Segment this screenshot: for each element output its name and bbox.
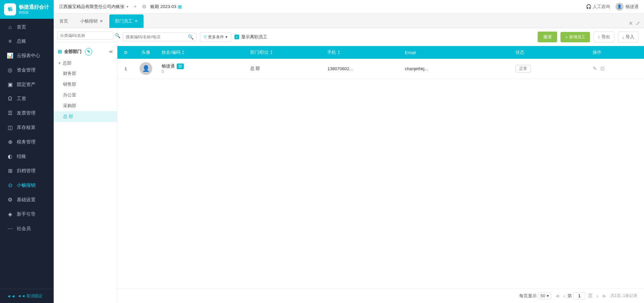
sidebar-item-more[interactable]: ⋯ 社会员: [0, 221, 54, 236]
sidebar: 畅 畅捷通好会计 旗舰版 ⌂ 首页 ≡ 总账 📊 云报表中心 ◎ 资金管理 ▣ …: [0, 0, 54, 303]
dept-collapse-icon[interactable]: ≪: [109, 49, 113, 54]
page-prev-btn[interactable]: ‹: [562, 293, 567, 299]
import-icon: ↓: [622, 35, 625, 40]
add-icon: +: [565, 35, 568, 40]
sidebar-item-archive[interactable]: ⊞ 归档管理: [0, 164, 54, 178]
dept-edit-btn[interactable]: ✎: [85, 48, 92, 55]
expand-tab-icon[interactable]: ⤢: [636, 20, 640, 27]
page-first-btn[interactable]: ⊲: [554, 293, 561, 299]
sidebar-item-xiaochang[interactable]: ⊙ 小畅报销: [0, 178, 54, 192]
guide-icon: ◈: [7, 211, 13, 217]
sidebar-item-payroll[interactable]: Ω 工资: [0, 92, 54, 106]
sidebar-collapse-btn[interactable]: ◄◄ ◄◄ 取消固定: [0, 289, 54, 303]
show-resigned-checkbox[interactable]: ✓ 显示离职员工: [234, 34, 267, 40]
support-btn[interactable]: 🎧 人工咨询: [586, 4, 610, 10]
sidebar-item-tax[interactable]: ⊕ 税务管理: [0, 135, 54, 149]
page-input[interactable]: [573, 292, 585, 299]
dept-item-finance[interactable]: 财务部: [54, 68, 117, 79]
page-size-dropdown[interactable]: 50 ▾: [538, 292, 551, 299]
tab-close-dept[interactable]: ✕: [135, 19, 138, 24]
sidebar-item-settings[interactable]: ⚙ 基础设置: [0, 192, 54, 207]
all-dept-item[interactable]: ⊞ 全部部门 ✎ ≪: [54, 45, 117, 58]
employee-search-input[interactable]: [126, 35, 186, 39]
page-last-btn[interactable]: ⊳: [601, 293, 608, 299]
add-tab-icon[interactable]: ＋: [132, 3, 138, 10]
row-email: chanjethkj...: [401, 59, 512, 79]
sidebar-item-reports[interactable]: 📊 云报表中心: [0, 48, 54, 63]
employee-table-wrap: ⚙ 头像 姓名/编码 ▲▼: [117, 46, 644, 288]
username-label: 畅捷通: [626, 4, 639, 10]
checkmark-icon: ✓: [235, 35, 238, 39]
dept-item-purchase[interactable]: 采购部: [54, 100, 117, 111]
col-dept[interactable]: 部门/职位 ▲▼: [246, 46, 324, 59]
grid-icon: ⊞: [58, 49, 62, 55]
settings-icon: ⚙: [7, 197, 13, 203]
sidebar-item-ledger[interactable]: ≡ 总账: [0, 34, 54, 48]
export-button[interactable]: ↑ 导出: [593, 32, 614, 42]
pagination-bar: 每页显示 50 ▾ ⊲ ‹ 第 页 › ⊳ 共1页, 1条记录: [117, 288, 644, 303]
more-filter-btn[interactable]: ▽ 更多条件 ▾: [200, 32, 231, 42]
user-menu[interactable]: 👤 畅捷通: [615, 3, 639, 11]
filter-dropdown-icon: ▾: [225, 35, 227, 39]
dept-tree: ⊞ 全部部门 ✎ ≪ ▼ 总部 财务部 销售部 办公室: [54, 43, 117, 300]
sidebar-item-assets-mgmt[interactable]: ◎ 资金管理: [0, 63, 54, 77]
reports-icon: 📊: [7, 52, 13, 59]
logo-text: 畅捷通好会计: [19, 4, 49, 10]
dept-search: 🔍: [54, 32, 117, 43]
topbar-company: 江西服宝精品有限责任公司内账张 ▾: [59, 4, 128, 10]
tab-dept-employee[interactable]: 部门员工 ✕: [109, 14, 144, 28]
dept-search-input[interactable]: [57, 32, 113, 40]
employee-table: ⚙ 头像 姓名/编码 ▲▼: [117, 46, 644, 79]
calendar-icon[interactable]: ▦: [178, 4, 182, 9]
inventory-icon: ◫: [7, 124, 13, 131]
edit-icon[interactable]: ✎: [593, 66, 597, 72]
filter-icon: ▽: [204, 35, 207, 39]
right-toolbar: 🔍 ▽ 更多条件 ▾ ✓ 显示离职员工 邀请 + 新: [117, 28, 644, 46]
logo-icon: 畅: [4, 3, 16, 15]
add-employee-button[interactable]: + 新增员工: [560, 32, 590, 42]
sidebar-item-guide[interactable]: ◈ 新手引导: [0, 207, 54, 221]
person-icon: 👤: [142, 65, 150, 72]
col-settings[interactable]: ⚙: [117, 46, 134, 59]
sidebar-item-invoice[interactable]: ☰ 发票管理: [0, 106, 54, 120]
fixed-assets-icon: ▣: [7, 81, 13, 88]
tab-close-xiaochang[interactable]: ✕: [100, 19, 103, 24]
tabbar: 首页 小畅报销 ✕ 部门员工 ✕ ✕ ⤢: [54, 13, 644, 28]
main-area: 江西服宝精品有限责任公司内账张 ▾ ＋ ⚙ 账期 2023-03 ▦ 🎧 人工咨…: [54, 0, 644, 303]
checkbox-box: ✓: [234, 35, 239, 39]
col-name[interactable]: 姓名/编码 ▲▼: [158, 46, 246, 59]
toolbar-right: 邀请 + 新增员工 ↑ 导出 ↓ 导入: [538, 32, 639, 42]
page-nav: ⊲ ‹ 第 页 › ⊳: [554, 292, 608, 300]
tab-home[interactable]: 首页: [54, 14, 74, 28]
tax-icon: ⊕: [7, 139, 13, 145]
invite-button[interactable]: 邀请: [538, 32, 557, 42]
invoice-icon: ☰: [7, 110, 13, 116]
tab-xiaochang-expense[interactable]: 小畅报销 ✕: [74, 14, 109, 28]
col-email: Email: [401, 46, 512, 59]
col-status: 状态: [512, 46, 589, 59]
logout-icon[interactable]: ⊡: [600, 66, 605, 72]
close-tab-icon[interactable]: ✕: [629, 20, 633, 27]
sidebar-item-checkout[interactable]: ◐ 结账: [0, 149, 54, 164]
employee-search-icon[interactable]: 🔍: [188, 34, 194, 40]
col-phone[interactable]: 手机 ▲▼: [323, 46, 401, 59]
page-next-btn[interactable]: ›: [595, 293, 600, 299]
settings-gear-icon[interactable]: ⚙: [142, 4, 146, 10]
content-area: 🔍 ⊞ 全部部门 ✎ ≪ ▼ 总部 财务部 销售部: [54, 28, 644, 303]
row-avatar: 👤: [134, 59, 158, 79]
dept-item-general[interactable]: 总 部: [54, 111, 117, 122]
dept-item-sales[interactable]: 销售部: [54, 79, 117, 90]
topbar-period: 账期 2023-03 ▦: [150, 4, 182, 10]
dept-item-office[interactable]: 办公室: [54, 90, 117, 100]
sidebar-item-inventory[interactable]: ◫ 库存核算: [0, 120, 54, 135]
import-button[interactable]: ↓ 导入: [618, 32, 639, 42]
xiaochang-icon: ⊙: [7, 182, 13, 188]
row-name: 畅捷通 部 0: [158, 59, 246, 79]
ledger-icon: ≡: [7, 38, 13, 44]
sidebar-item-home[interactable]: ⌂ 首页: [0, 20, 54, 34]
company-dropdown-icon[interactable]: ▾: [126, 4, 128, 9]
employee-code: 0: [162, 69, 242, 74]
collapse-arrow-icon: ◄◄: [7, 294, 15, 299]
dept-root[interactable]: ▼ 总部: [54, 58, 117, 68]
sidebar-item-fixed-assets[interactable]: ▣ 固定资产: [0, 77, 54, 92]
